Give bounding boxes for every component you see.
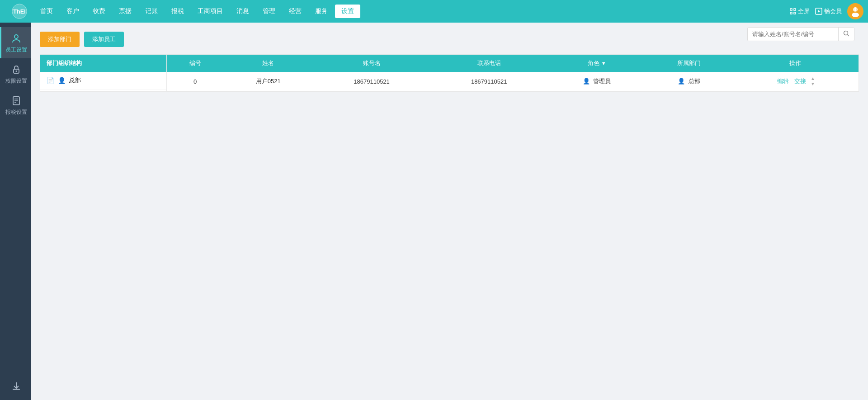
svg-text:ThEI: ThEI [13, 9, 25, 15]
sidebar-item-permission[interactable]: 权限设置 [0, 58, 31, 89]
nav-tax[interactable]: 报税 [165, 5, 190, 18]
nav-bookkeeping[interactable]: 记账 [139, 5, 164, 18]
content-wrapper: 部门组织结构 📄 👤 总部 编号 姓名 账号名 联系电话 [40, 54, 859, 92]
th-account: 账号名 [313, 55, 430, 72]
handover-link[interactable]: 交接 [794, 77, 806, 85]
th-phone: 联系电话 [430, 55, 548, 72]
employee-table-wrapper: 编号 姓名 账号名 联系电话 角色 ▼ 所属部门 操作 [167, 55, 859, 91]
svg-rect-2 [790, 9, 792, 10]
fullscreen-button[interactable]: 全屏 [790, 7, 810, 15]
dept-tree-item[interactable]: 📄 👤 总部 [40, 72, 166, 89]
svg-point-10 [854, 9, 854, 9]
download-icon [11, 381, 21, 391]
sidebar-item-tax-label: 报税设置 [5, 108, 27, 116]
sidebar-item-permission-label: 权限设置 [5, 77, 27, 85]
table-row: 0 用户0521 18679110521 18679110521 👤 管理员 👤… [167, 72, 859, 91]
sidebar-item-tax-settings[interactable]: 报税设置 [0, 89, 31, 121]
svg-line-22 [848, 35, 849, 37]
svg-point-21 [844, 31, 848, 35]
nav-message[interactable]: 消息 [230, 5, 255, 18]
top-navigation: ThEI 首页 客户 收费 票据 记账 报税 工商项目 消息 管理 经营 服务 … [0, 0, 868, 23]
search-button[interactable] [838, 28, 854, 41]
avatar-icon [849, 5, 862, 18]
dept-person-icon: 👤 [58, 77, 66, 84]
scroll-down[interactable]: ▼ [811, 82, 815, 86]
search-icon [843, 30, 849, 37]
cell-id: 0 [167, 72, 223, 91]
add-employee-button[interactable]: 添加员工 [84, 32, 124, 47]
svg-rect-5 [794, 12, 796, 14]
fullscreen-icon [790, 8, 796, 14]
top-right-area: 全屏 畅会员 [790, 3, 863, 19]
table-header: 编号 姓名 账号名 联系电话 角色 ▼ 所属部门 操作 [167, 55, 859, 72]
sidebar-item-employee-label: 员工设置 [5, 46, 27, 54]
nav-invoice[interactable]: 票据 [113, 5, 138, 18]
file-icon: 📄 [47, 77, 54, 84]
play-icon [815, 8, 822, 15]
table-body: 0 用户0521 18679110521 18679110521 👤 管理员 👤… [167, 72, 859, 91]
svg-point-12 [14, 35, 18, 38]
cell-role: 👤 管理员 [547, 72, 646, 91]
nav-operation[interactable]: 经营 [283, 5, 308, 18]
department-tree: 部门组织结构 📄 👤 总部 [40, 55, 167, 91]
app-logo[interactable]: ThEI [5, 3, 34, 19]
cell-ops: 编辑 交接 ▲ ▼ [732, 72, 859, 91]
svg-rect-4 [790, 12, 792, 14]
edit-link[interactable]: 编辑 [777, 77, 789, 85]
search-bar [747, 27, 854, 41]
svg-point-14 [15, 71, 17, 72]
op-cell: 编辑 交接 ▲ ▼ [737, 76, 853, 86]
role-icon: 👤 [583, 78, 590, 85]
th-ops: 操作 [732, 55, 859, 72]
nav-settings[interactable]: 设置 [335, 5, 360, 18]
dept-tree-header: 部门组织结构 [40, 55, 166, 72]
cell-account: 18679110521 [313, 72, 430, 91]
role-filter-header: 角色 ▼ [588, 59, 606, 67]
filter-icon: ▼ [601, 61, 606, 66]
svg-marker-7 [818, 10, 820, 13]
person-icon [11, 33, 21, 43]
sidebar-item-employee[interactable]: 员工设置 [0, 27, 31, 58]
cell-dept: 👤 总部 [646, 72, 732, 91]
lock-icon [11, 65, 21, 75]
nav-management[interactable]: 管理 [256, 5, 282, 18]
main-content: 添加部门 添加员工 部门组织结构 📄 👤 总部 编号 姓名 账号名 联系电话 [31, 23, 868, 400]
svg-point-11 [856, 9, 857, 9]
dept-row-icon: 👤 [678, 78, 685, 85]
left-sidebar: 员工设置 权限设置 报税设置 [0, 23, 31, 400]
cell-name: 用户0521 [223, 72, 313, 91]
nav-customer[interactable]: 客户 [60, 5, 85, 18]
nav-menu: 首页 客户 收费 票据 记账 报税 工商项目 消息 管理 经营 服务 设置 [34, 5, 790, 18]
report-icon [11, 96, 21, 106]
search-input[interactable] [748, 28, 838, 40]
nav-billing[interactable]: 收费 [86, 5, 112, 18]
employee-table: 编号 姓名 账号名 联系电话 角色 ▼ 所属部门 操作 [167, 55, 859, 91]
nav-business[interactable]: 工商项目 [191, 5, 229, 18]
scroll-controls: ▲ ▼ [811, 76, 815, 86]
svg-rect-3 [794, 9, 796, 10]
sidebar-item-download[interactable] [0, 375, 31, 395]
th-dept: 所属部门 [646, 55, 732, 72]
th-id: 编号 [167, 55, 223, 72]
add-department-button[interactable]: 添加部门 [40, 32, 80, 47]
user-avatar[interactable] [847, 3, 863, 19]
cell-phone: 18679110521 [430, 72, 548, 91]
th-role[interactable]: 角色 ▼ [547, 55, 646, 72]
member-button[interactable]: 畅会员 [815, 7, 842, 15]
nav-home[interactable]: 首页 [34, 5, 59, 18]
dept-name: 总部 [69, 76, 81, 85]
scroll-up[interactable]: ▲ [811, 76, 815, 81]
th-name: 姓名 [223, 55, 313, 72]
action-bar: 添加部门 添加员工 [40, 32, 859, 47]
nav-service[interactable]: 服务 [309, 5, 334, 18]
svg-point-9 [852, 13, 859, 17]
